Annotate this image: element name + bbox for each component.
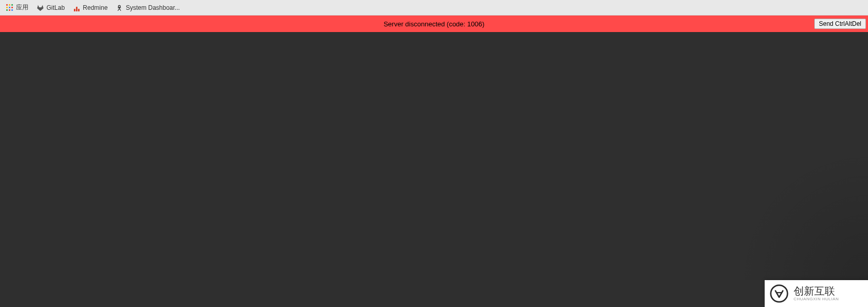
- bookmark-gitlab[interactable]: GitLab: [34, 3, 68, 13]
- bookmark-dashboard[interactable]: System Dashboar...: [113, 3, 183, 13]
- watermark-logo-icon: [770, 284, 788, 303]
- bookmark-redmine-label: Redmine: [83, 4, 107, 11]
- status-message: Server disconnected (code: 1006): [383, 20, 484, 28]
- bookmark-apps-label: 应用: [16, 3, 28, 12]
- corner-shadow: [734, 146, 868, 280]
- watermark-brand-cn: 创新互联: [794, 286, 839, 296]
- send-ctrl-alt-del-button[interactable]: Send CtrlAltDel: [814, 19, 866, 29]
- bookmarks-bar: 应用 GitLab Redmine System Dashboar...: [0, 0, 868, 16]
- watermark-brand-en: CHUANGXIN HULIAN: [794, 297, 839, 301]
- vnc-status-bar: Server disconnected (code: 1006) Send Ct…: [0, 16, 868, 32]
- bookmark-gitlab-label: GitLab: [47, 4, 65, 11]
- vnc-canvas[interactable]: 创新互联 CHUANGXIN HULIAN: [0, 32, 868, 307]
- bookmark-dashboard-label: System Dashboar...: [126, 4, 180, 11]
- gitlab-icon: [37, 4, 44, 11]
- svg-point-1: [771, 285, 787, 302]
- apps-grid-icon: [6, 4, 13, 11]
- bookmark-apps[interactable]: 应用: [3, 2, 32, 13]
- watermark-text: 创新互联 CHUANGXIN HULIAN: [794, 286, 839, 301]
- watermark-badge: 创新互联 CHUANGXIN HULIAN: [765, 280, 868, 307]
- bookmark-redmine[interactable]: Redmine: [70, 3, 111, 13]
- dashboard-icon: [116, 4, 123, 11]
- redmine-icon: [73, 4, 80, 11]
